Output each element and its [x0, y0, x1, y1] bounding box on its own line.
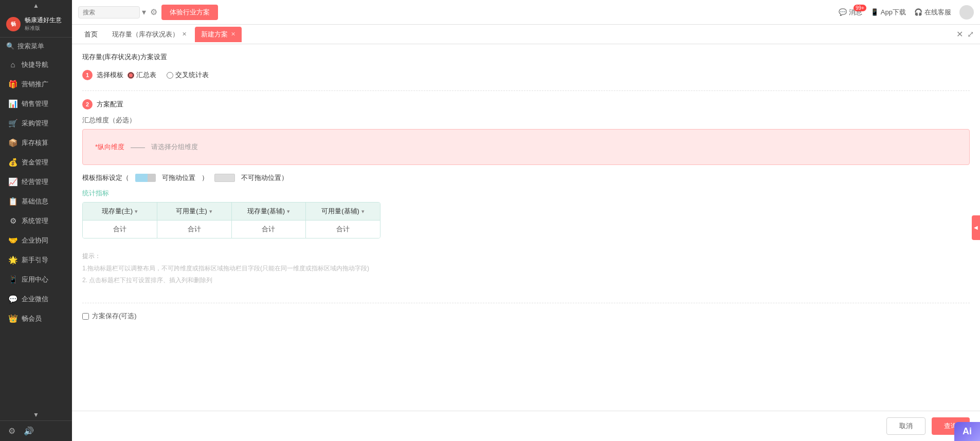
nav-label: 快捷导航 — [22, 60, 48, 69]
headset-icon: 🎧 — [914, 8, 922, 16]
sidebar-item-contract[interactable]: 🤝 企业协同 — [0, 231, 72, 250]
speaker-icon[interactable]: 🔊 — [24, 426, 34, 436]
nav-label: 经营管理 — [22, 177, 48, 187]
tips-section: 提示： 1.拖动标题栏可以调整布局，不可跨维度或指标区域拖动栏目字段(只能在同一… — [82, 247, 970, 292]
topbar-search-input[interactable] — [78, 6, 140, 19]
radio-crosstab[interactable]: 交叉统计表 — [167, 70, 209, 80]
nav-label: 营销推广 — [22, 80, 48, 89]
save-checkbox[interactable] — [82, 313, 89, 320]
save-option: 方案保存(可选) — [82, 311, 970, 321]
sidebar-item-vip[interactable]: 👑 畅会员 — [0, 309, 72, 328]
stats-col-2-chevron[interactable]: ▾ — [209, 208, 212, 215]
stats-header-row: 现存量(主) ▾ 可用量(主) ▾ 现存量(基辅) ▾ 可用量(基辅) — [83, 203, 380, 220]
online-service-area[interactable]: 🎧 在线客服 — [914, 8, 951, 17]
section1-number: 1 — [82, 70, 93, 80]
save-option-label: 方案保存(可选) — [92, 311, 137, 321]
template-radio-group: 汇总表 交叉统计表 — [128, 70, 209, 80]
nav-label: 畅会员 — [22, 314, 42, 323]
stats-col-2-header[interactable]: 可用量(主) ▾ — [157, 203, 232, 220]
sidebar-item-operations[interactable]: 📈 经营管理 — [0, 172, 72, 192]
stats-col-1-header[interactable]: 现存量(主) ▾ — [83, 203, 157, 220]
app-download-area[interactable]: 📱 App下载 — [870, 8, 906, 17]
window-expand-icon[interactable]: ⤢ — [967, 29, 974, 39]
dimension-box[interactable]: *纵向维度 —— 请选择分组维度 — [82, 129, 970, 165]
nav-label: 基础信息 — [22, 197, 48, 206]
dimension-required-label: *纵向维度 — [95, 142, 124, 152]
trial-button[interactable]: 体验行业方案 — [161, 5, 218, 20]
sidebar-item-purchase[interactable]: 🛒 采购管理 — [0, 114, 72, 133]
stats-col-1-chevron[interactable]: ▾ — [135, 208, 138, 215]
gift-icon: 🎁 — [8, 80, 17, 89]
app-download-label: App下载 — [881, 8, 906, 17]
sidebar-item-marketing[interactable]: 🎁 营销推广 — [0, 75, 72, 94]
ai-badge[interactable]: Ai — [954, 422, 980, 441]
sidebar-scroll-down[interactable]: ▼ — [0, 409, 72, 420]
window-close-icon[interactable]: ✕ — [956, 29, 963, 39]
online-service-label: 在线客服 — [924, 8, 951, 17]
app-version: 标准版 — [25, 25, 62, 32]
page-title: 现存量(库存状况表)方案设置 — [82, 52, 970, 62]
tab-new-scheme-close-icon[interactable]: ✕ — [231, 31, 235, 38]
topbar-gear-icon[interactable]: ⚙ — [150, 7, 157, 17]
sidebar-item-sales[interactable]: 📊 销售管理 — [0, 94, 72, 114]
sidebar-item-app-center[interactable]: 📱 应用中心 — [0, 270, 72, 289]
box-icon: 📦 — [8, 138, 17, 148]
dimension-label: 汇总维度（必选） — [82, 116, 970, 125]
stats-col-3-header[interactable]: 现存量(基辅) ▾ — [232, 203, 306, 220]
topbar-search-area: ▾ — [78, 6, 146, 19]
message-area[interactable]: 💬 消息 99+ — [839, 8, 862, 17]
stats-data-col-2: 合计 — [157, 220, 232, 238]
chat-icon: 💬 — [8, 295, 17, 304]
nav-label: 资金管理 — [22, 158, 48, 167]
sidebar-item-inventory[interactable]: 📦 库存核算 — [0, 133, 72, 153]
main-area: ▾ ⚙ 体验行业方案 💬 消息 99+ 📱 App下载 🎧 在线客服 首页 — [72, 0, 980, 441]
tab-home-label: 首页 — [84, 30, 98, 39]
topbar-left: ▾ ⚙ 体验行业方案 — [78, 5, 834, 20]
chart-icon: 📊 — [8, 99, 17, 108]
user-avatar[interactable] — [959, 5, 974, 20]
cancel-button[interactable]: 取消 — [886, 417, 925, 435]
sidebar-search[interactable]: 🔍 搜索菜单 — [0, 38, 72, 55]
sidebar-item-quick-nav[interactable]: ⌂ 快捷导航 — [0, 55, 72, 75]
topbar-dropdown-icon[interactable]: ▾ — [142, 7, 146, 17]
not-draggable-badge — [214, 174, 235, 182]
dimension-placeholder: 请选择分组维度 — [151, 142, 198, 152]
tab-inventory-close-icon[interactable]: ✕ — [182, 31, 187, 38]
indicator-settings-row: 模板指标设定（ 可拖动位置 ） 不可拖动位置） — [82, 173, 970, 182]
radio-summary[interactable]: 汇总表 — [128, 70, 156, 80]
stats-col-4-header[interactable]: 可用量(基辅) ▾ — [306, 203, 380, 220]
phone-icon: 📱 — [8, 275, 17, 284]
tab-new-scheme[interactable]: 新建方案 ✕ — [195, 27, 242, 42]
sidebar-item-wechat[interactable]: 💬 企业微信 — [0, 289, 72, 309]
sidebar-item-new-guide[interactable]: 🌟 新手引导 — [0, 250, 72, 270]
indicator-settings-area: 模板指标设定（ 可拖动位置 ） 不可拖动位置） — [82, 173, 970, 182]
right-panel-toggle[interactable]: ◀ — [972, 215, 980, 240]
stats-col-3-chevron[interactable]: ▾ — [287, 208, 290, 215]
tab-home[interactable]: 首页 — [78, 27, 104, 42]
sidebar-scroll-up[interactable]: ▲ — [0, 0, 72, 11]
stats-col-4-chevron[interactable]: ▾ — [361, 208, 365, 215]
sidebar-item-basic-info[interactable]: 📋 基础信息 — [0, 192, 72, 211]
dimension-arrow: —— — [131, 143, 145, 151]
nav-label: 系统管理 — [22, 216, 48, 226]
section1-title: 选择模板 — [97, 70, 123, 80]
nav-label: 采购管理 — [22, 119, 48, 128]
stats-col-1-label: 现存量(主) — [102, 207, 133, 216]
tips-item-1: 1.拖动标题栏可以调整布局，不可跨维度或指标区域拖动栏目字段(只能在同一维度或指… — [82, 264, 970, 273]
tabbar: 首页 现存量（库存状况表） ✕ 新建方案 ✕ ✕ ⤢ — [72, 25, 980, 44]
phone-download-icon: 📱 — [870, 8, 879, 16]
sidebar-item-system[interactable]: ⚙ 系统管理 — [0, 211, 72, 231]
nav-label: 企业协同 — [22, 236, 48, 245]
topbar-right: 💬 消息 99+ 📱 App下载 🎧 在线客服 — [839, 5, 974, 20]
radio-crosstab-label: 交叉统计表 — [175, 70, 209, 80]
nav-label: 应用中心 — [22, 275, 48, 284]
section-divider-2 — [82, 303, 970, 303]
tab-inventory-status[interactable]: 现存量（库存状况表） ✕ — [106, 27, 193, 42]
sidebar-bottom: ⚙ 🔊 — [0, 420, 72, 441]
radio-crosstab-input[interactable] — [167, 72, 173, 79]
sidebar-item-finance[interactable]: 💰 资金管理 — [0, 153, 72, 172]
crown-icon: 👑 — [8, 314, 17, 323]
home-icon: ⌂ — [8, 60, 17, 69]
radio-summary-input[interactable] — [128, 72, 134, 79]
settings-icon[interactable]: ⚙ — [8, 426, 15, 436]
